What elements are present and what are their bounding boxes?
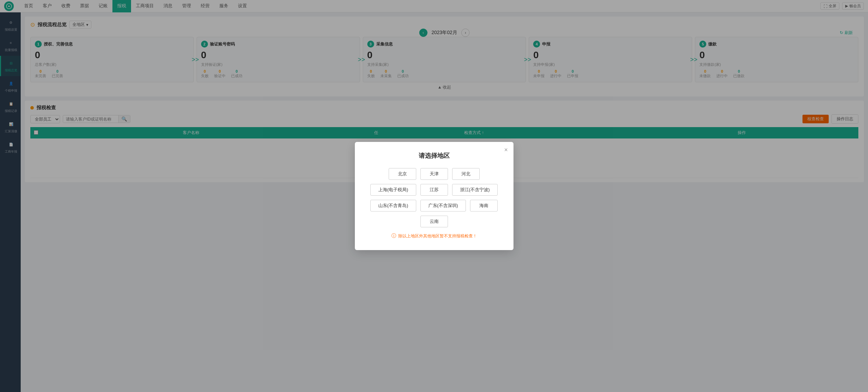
region-btn-guangdong[interactable]: 广东(不含深圳) xyxy=(420,200,466,212)
region-btn-jiangsu[interactable]: 江苏 xyxy=(420,184,448,196)
region-btn-beijing[interactable]: 北京 xyxy=(389,168,416,180)
modal-close-button[interactable]: × xyxy=(504,147,508,153)
warning-icon: ⓘ xyxy=(391,233,396,239)
modal-overlay[interactable]: × 请选择地区 北京天津河北上海(电子税局)江苏浙江(不含宁波)山东(不含青岛)… xyxy=(0,0,868,392)
region-btn-zhejiang[interactable]: 浙江(不含宁波) xyxy=(452,184,498,196)
region-select-modal: × 请选择地区 北京天津河北上海(电子税局)江苏浙江(不含宁波)山东(不含青岛)… xyxy=(355,142,513,250)
region-grid: 北京天津河北上海(电子税局)江苏浙江(不含宁波)山东(不含青岛)广东(不含深圳)… xyxy=(366,168,502,227)
region-btn-hainan[interactable]: 海南 xyxy=(470,200,498,212)
warning-text: 除以上地区外其他地区暂不支持报税检查！ xyxy=(398,233,477,239)
region-btn-shanghai[interactable]: 上海(电子税局) xyxy=(370,184,416,196)
region-btn-yunnan[interactable]: 云南 xyxy=(420,216,448,227)
modal-warning: ⓘ 除以上地区外其他地区暂不支持报税检查！ xyxy=(366,233,502,239)
region-btn-tianjin[interactable]: 天津 xyxy=(420,168,448,180)
region-btn-shandong[interactable]: 山东(不含青岛) xyxy=(370,200,416,212)
modal-title: 请选择地区 xyxy=(366,152,502,160)
region-btn-hebei[interactable]: 河北 xyxy=(452,168,480,180)
